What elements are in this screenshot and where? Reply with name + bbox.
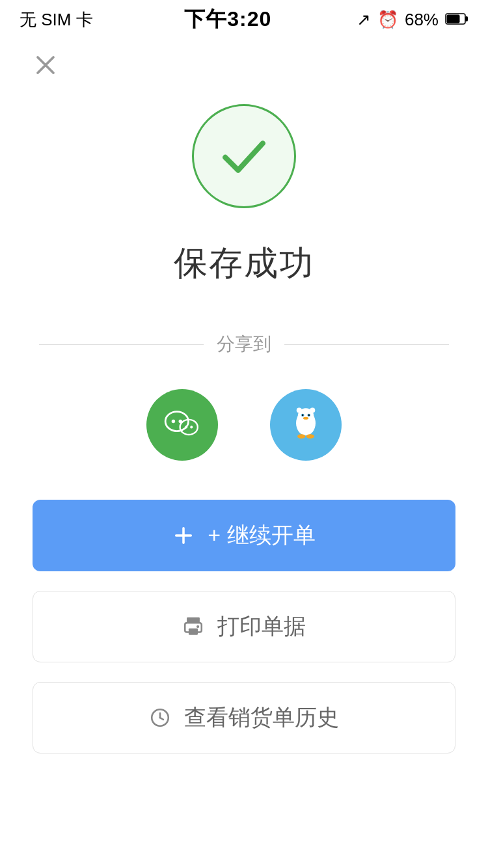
print-icon [182,616,204,638]
status-time: 下午3:20 [184,5,271,34]
share-section: 分享到 [0,332,488,461]
close-button[interactable] [26,46,65,85]
continue-label: + 继续开单 [208,521,315,550]
action-buttons: + 继续开单 打印单据 查看销货单历史 [0,500,488,753]
wechat-share-button[interactable] [146,389,218,461]
status-bar: 无 SIM 卡 下午3:20 ↗ ⏰ 68% [0,0,488,39]
qq-share-button[interactable] [270,389,342,461]
status-left: 无 SIM 卡 [20,8,100,31]
svg-rect-25 [187,617,200,623]
svg-point-22 [310,407,315,413]
svg-line-32 [160,718,163,720]
svg-rect-2 [465,16,468,21]
svg-point-21 [297,407,302,413]
success-icon-circle [192,104,296,208]
share-divider: 分享到 [0,332,488,357]
svg-point-11 [190,426,193,428]
svg-point-19 [297,434,305,439]
carrier-text: 无 SIM 卡 [20,8,93,31]
svg-point-10 [185,426,187,428]
svg-rect-3 [446,14,459,23]
continue-button[interactable]: + 继续开单 [33,500,455,571]
history-button[interactable]: 查看销货单历史 [33,682,455,753]
share-label: 分享到 [217,332,271,357]
wechat-icon [160,403,204,447]
svg-point-18 [303,417,308,420]
divider-left [39,344,204,345]
location-icon: ↗ [357,10,371,30]
battery-icon [445,10,468,30]
checkmark-icon [215,127,273,185]
history-icon [149,707,171,729]
svg-point-7 [172,420,175,423]
plus-icon [172,524,195,547]
svg-rect-27 [189,629,198,635]
main-content: 保存成功 分享到 [0,39,488,753]
svg-point-28 [197,625,199,628]
svg-point-6 [165,412,188,431]
battery-text: 68% [405,10,439,30]
svg-point-16 [302,414,303,416]
print-label: 打印单据 [217,612,306,642]
history-label: 查看销货单历史 [184,703,339,733]
success-title: 保存成功 [174,241,314,286]
svg-point-20 [306,434,314,439]
qq-icon [284,403,328,447]
share-icons [146,389,342,461]
status-right: ↗ ⏰ 68% [357,10,468,30]
divider-right [284,344,449,345]
print-button[interactable]: 打印单据 [33,591,455,662]
alarm-icon: ⏰ [377,10,398,30]
svg-point-17 [308,414,310,416]
